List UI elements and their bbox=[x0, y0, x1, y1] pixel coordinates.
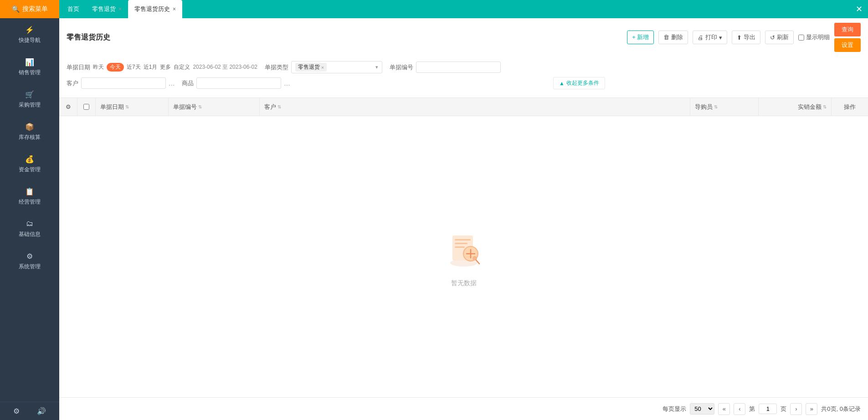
custom-btn[interactable]: 自定义 bbox=[174, 63, 190, 71]
amount-sort-icon: ⇅ bbox=[823, 104, 827, 109]
print-icon: 🖨 bbox=[698, 34, 704, 41]
collapse-area: ▲ 收起更多条件 bbox=[298, 77, 861, 89]
goods-filter: 商品 ... bbox=[182, 77, 290, 89]
date-filter-label: 单据日期 bbox=[67, 63, 90, 72]
type-select[interactable]: 零售退货 × ▾ bbox=[291, 61, 382, 73]
search-menu-area[interactable]: 🔍 搜索菜单 bbox=[0, 0, 59, 18]
type-filter-label: 单据类型 bbox=[265, 63, 288, 72]
tabs-area: 首页 零售退货 × 零售退货历史 × bbox=[59, 0, 850, 18]
purchase-mgmt-icon: 🛒 bbox=[25, 89, 35, 99]
th-checkbox[interactable] bbox=[77, 98, 96, 116]
content-area: 零售退货历史 + 新增 🗑 删除 🖨 打印 ▾ ⬆ 导出 ↺ bbox=[59, 18, 868, 420]
refresh-label: 刷新 bbox=[777, 33, 789, 41]
sidebar: ⚡ 快捷导航 📊 销售管理 🛒 采购管理 📦 库存核算 💰 资金管理 📋 经营管… bbox=[0, 18, 59, 420]
th-date[interactable]: 单据日期 ⇅ bbox=[96, 98, 169, 116]
tab-retail-return-label: 零售退货 bbox=[92, 5, 116, 13]
tab-retail-return-history[interactable]: 零售退货历史 × bbox=[128, 0, 182, 18]
th-action: 操作 bbox=[832, 98, 868, 116]
sales-mgmt-icon: 📊 bbox=[25, 57, 35, 67]
delete-button[interactable]: 🗑 删除 bbox=[658, 31, 688, 44]
customer-input[interactable] bbox=[81, 77, 166, 89]
last1month-btn[interactable]: 近1月 bbox=[144, 63, 158, 71]
first-page-button[interactable]: « bbox=[718, 403, 730, 415]
settings-bottom-icon[interactable]: ⚙ bbox=[13, 407, 20, 415]
today-btn[interactable]: 今天 bbox=[107, 63, 124, 72]
export-icon: ⬆ bbox=[737, 34, 742, 41]
th-settings[interactable]: ⚙ bbox=[59, 98, 77, 116]
search-icon: 🔍 bbox=[12, 5, 20, 13]
sidebar-item-finance[interactable]: 💰 资金管理 bbox=[0, 148, 59, 180]
per-page-select[interactable]: 20 50 100 bbox=[690, 403, 714, 415]
th-action-label: 操作 bbox=[844, 103, 856, 111]
print-arrow-icon: ▾ bbox=[719, 34, 722, 41]
sidebar-item-label: 基础信息 bbox=[19, 230, 41, 238]
type-tag-value: 零售退货 bbox=[298, 63, 320, 71]
last-page-button[interactable]: » bbox=[806, 403, 817, 415]
refresh-button[interactable]: ↺ 刷新 bbox=[765, 31, 794, 44]
tab-retail-return-history-label: 零售退货历史 bbox=[134, 5, 170, 13]
th-amount[interactable]: 实销金额 ⇅ bbox=[759, 98, 832, 116]
order-num-sort-icon: ⇅ bbox=[198, 104, 202, 109]
export-label: 导出 bbox=[744, 33, 755, 41]
th-guide[interactable]: 导购员 ⇅ bbox=[690, 98, 759, 116]
query-settings-group: 查询 设置 bbox=[834, 23, 861, 52]
sidebar-item-purchase-mgmt[interactable]: 🛒 采购管理 bbox=[0, 83, 59, 115]
empty-state: 暂无数据 bbox=[59, 116, 868, 397]
svg-rect-3 bbox=[455, 243, 467, 244]
type-tag-close[interactable]: × bbox=[321, 65, 324, 70]
per-page-label: 每页显示 bbox=[663, 405, 686, 413]
sidebar-item-label: 快捷导航 bbox=[19, 36, 41, 44]
sidebar-bottom: ⚙ 🔊 bbox=[0, 402, 59, 420]
select-all-checkbox[interactable] bbox=[83, 104, 89, 110]
more-btn[interactable]: 更多 bbox=[160, 63, 171, 71]
main-layout: ⚡ 快捷导航 📊 销售管理 🛒 采购管理 📦 库存核算 💰 资金管理 📋 经营管… bbox=[0, 18, 868, 420]
customer-dots[interactable]: ... bbox=[169, 79, 175, 87]
th-order-num-label: 单据编号 bbox=[173, 103, 197, 111]
window-close-button[interactable]: ✕ bbox=[850, 0, 868, 18]
add-button[interactable]: + 新增 bbox=[627, 31, 654, 44]
th-order-num[interactable]: 单据编号 ⇅ bbox=[169, 98, 260, 116]
customer-filter-label: 客户 bbox=[67, 79, 78, 87]
sidebar-item-inventory[interactable]: 📦 库存核算 bbox=[0, 115, 59, 148]
tab-retail-return-history-close[interactable]: × bbox=[173, 6, 176, 12]
show-detail-checkbox[interactable] bbox=[798, 35, 804, 41]
order-num-filter: 单据编号 bbox=[390, 61, 501, 73]
yesterday-btn[interactable]: 昨天 bbox=[93, 63, 104, 71]
tab-retail-return-close[interactable]: × bbox=[118, 6, 122, 12]
operations-icon: 📋 bbox=[25, 186, 35, 196]
tab-retail-return[interactable]: 零售退货 × bbox=[86, 0, 128, 18]
pagination: 每页显示 20 50 100 « ‹ 第 1 页 › » 共0页, 0条记录 bbox=[59, 397, 868, 420]
query-button[interactable]: 查询 bbox=[834, 23, 861, 36]
sys-mgmt-icon: ⚙ bbox=[25, 251, 35, 261]
quick-nav-icon: ⚡ bbox=[25, 25, 35, 35]
page-label: 第 bbox=[749, 405, 755, 413]
sidebar-item-quick-nav[interactable]: ⚡ 快捷导航 bbox=[0, 18, 59, 51]
page-unit: 页 bbox=[781, 405, 786, 413]
page-title: 零售退货历史 bbox=[67, 33, 110, 42]
th-customer[interactable]: 客户 ⇅ bbox=[260, 98, 690, 116]
filter-settings-button[interactable]: 设置 bbox=[834, 38, 861, 52]
show-detail-checkbox-label[interactable]: 显示明细 bbox=[798, 33, 830, 41]
sidebar-item-base-info[interactable]: 🗂 基础信息 bbox=[0, 212, 59, 245]
next-page-button[interactable]: › bbox=[790, 403, 802, 415]
page-number-input[interactable]: 1 bbox=[759, 404, 777, 414]
close-icon: ✕ bbox=[856, 4, 863, 14]
sidebar-item-operations[interactable]: 📋 经营管理 bbox=[0, 180, 59, 212]
goods-dots[interactable]: ... bbox=[284, 79, 290, 87]
sidebar-item-sys-mgmt[interactable]: ⚙ 系统管理 bbox=[0, 245, 59, 277]
toolbar: + 新增 🗑 删除 🖨 打印 ▾ ⬆ 导出 ↺ 刷新 bbox=[627, 23, 861, 52]
goods-input[interactable] bbox=[196, 77, 281, 89]
page-title-row: 零售退货历史 + 新增 🗑 删除 🖨 打印 ▾ ⬆ 导出 ↺ bbox=[67, 23, 861, 52]
prev-page-button[interactable]: ‹ bbox=[734, 403, 745, 415]
print-button[interactable]: 🖨 打印 ▾ bbox=[693, 31, 727, 44]
export-button[interactable]: ⬆ 导出 bbox=[732, 31, 760, 44]
order-num-input[interactable] bbox=[416, 61, 501, 73]
print-label: 打印 bbox=[705, 33, 717, 41]
last7days-btn[interactable]: 近7天 bbox=[127, 63, 141, 71]
collapse-button[interactable]: ▲ 收起更多条件 bbox=[553, 77, 605, 89]
tab-home[interactable]: 首页 bbox=[61, 0, 86, 18]
volume-icon[interactable]: 🔊 bbox=[37, 407, 46, 415]
sidebar-item-sales-mgmt[interactable]: 📊 销售管理 bbox=[0, 51, 59, 83]
page-header: 零售退货历史 + 新增 🗑 删除 🖨 打印 ▾ ⬆ 导出 ↺ bbox=[59, 18, 868, 98]
search-menu-label: 搜索菜单 bbox=[22, 5, 48, 13]
